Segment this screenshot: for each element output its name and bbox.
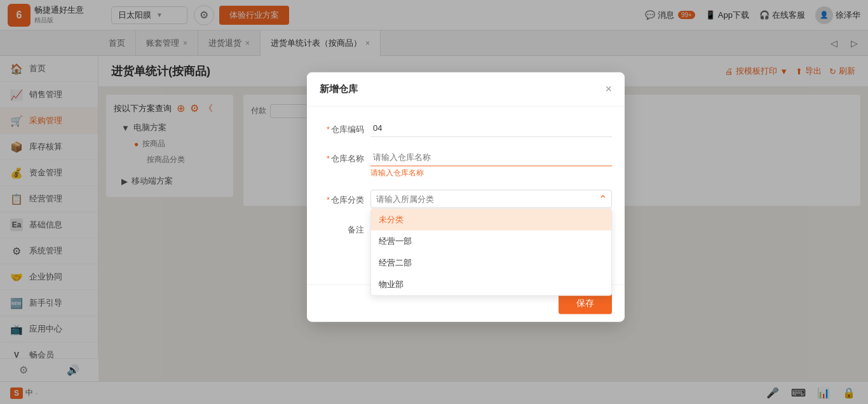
dropdown-item-dept2[interactable]: 经营二部 [371,252,611,274]
save-button[interactable]: 保存 [559,293,612,314]
warehouse-code-input[interactable] [370,119,612,137]
warehouse-name-label: 仓库名称 [320,149,370,165]
warehouse-code-field [370,119,612,137]
warehouse-category-row: 仓库分类 ⌃ 未分类 经营一部 经营二部 物业部 [320,190,612,208]
warehouse-category-field: ⌃ 未分类 经营一部 经营二部 物业部 [370,190,612,208]
dialog-title: 新增仓库 [320,83,358,95]
new-warehouse-dialog: 新增仓库 × 仓库编码 仓库名称 请输入仓库名称 仓库分类 ⌃ [307,72,625,322]
dropdown-item-dept1[interactable]: 经营一部 [371,231,611,252]
warehouse-category-input[interactable] [370,190,612,208]
warehouse-code-label: 仓库编码 [320,119,370,135]
category-dropdown: 未分类 经营一部 经营二部 物业部 [370,208,612,296]
dialog-body: 仓库编码 仓库名称 请输入仓库名称 仓库分类 ⌃ 未分类 经营一部 [307,107,625,285]
dropdown-item-unclassified[interactable]: 未分类 [371,209,611,231]
warehouse-name-row: 仓库名称 请输入仓库名称 [320,149,612,178]
note-label: 备注 [320,220,370,236]
dropdown-item-dept3[interactable]: 物业部 [371,274,611,295]
warehouse-name-field: 请输入仓库名称 [370,149,612,178]
warehouse-name-error: 请输入仓库名称 [370,168,612,178]
dialog-header: 新增仓库 × [307,72,625,107]
warehouse-category-label: 仓库分类 [320,190,370,206]
warehouse-name-input[interactable] [370,149,612,166]
dialog-close-icon[interactable]: × [605,83,612,96]
warehouse-code-row: 仓库编码 [320,119,612,137]
